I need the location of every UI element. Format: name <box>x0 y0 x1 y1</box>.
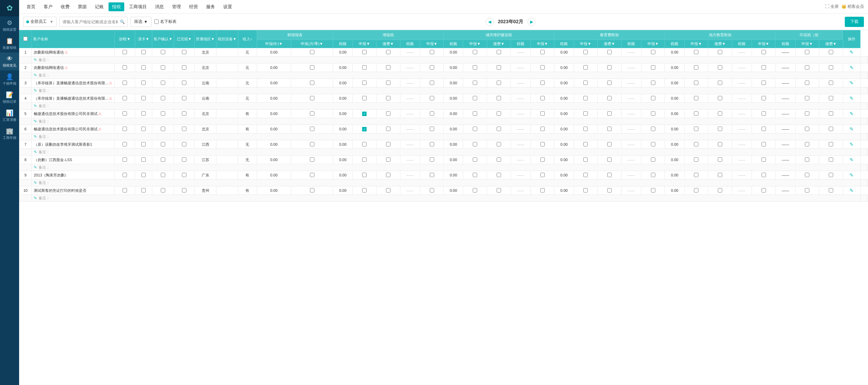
df-jiao-checkbox[interactable] <box>718 96 722 100</box>
cell-zzs-jiao[interactable] <box>376 94 400 103</box>
row-checkbox[interactable] <box>141 111 146 116</box>
cell-zzs-shen[interactable] <box>353 94 376 103</box>
df-shen-checkbox[interactable] <box>694 81 698 85</box>
zzs-shen-checkbox[interactable] <box>362 65 367 70</box>
cell-name[interactable]: 测试斯客的凭证打印的时候是否 <box>32 186 115 195</box>
cs-jiao-checkbox[interactable] <box>497 157 501 162</box>
jy-shen2-checkbox[interactable] <box>651 50 655 54</box>
jy-jiao-checkbox[interactable] <box>607 127 612 131</box>
row-checkbox[interactable] <box>161 111 165 116</box>
cell-name[interactable]: 勿删新锐网络通信⚠ <box>32 48 115 57</box>
cell-zzs-shen[interactable] <box>353 140 376 149</box>
cell-df-jiao[interactable] <box>708 171 732 180</box>
th-jy-shen[interactable]: 申报▼ <box>574 40 598 48</box>
row-checkbox[interactable] <box>141 81 146 85</box>
cell-zzs-shen[interactable] <box>353 79 376 87</box>
row-checkbox[interactable] <box>182 96 186 100</box>
jy-shen2-checkbox[interactable] <box>651 65 655 70</box>
cell-chaoshui[interactable] <box>115 140 135 149</box>
edit-action-icon[interactable]: ✎ <box>850 188 854 193</box>
yh-jiao-checkbox[interactable] <box>829 127 833 131</box>
cell-kehuzq[interactable] <box>152 156 174 164</box>
cell-chaoshui[interactable] <box>115 156 135 164</box>
cell-df-shen[interactable] <box>684 79 708 87</box>
df-jiao-checkbox[interactable] <box>718 81 722 85</box>
cs-shen-checkbox[interactable] <box>473 173 477 177</box>
cell-yh-shen[interactable] <box>795 79 819 87</box>
cell-cs-shen[interactable] <box>463 156 487 164</box>
cell-yh-jiao[interactable] <box>819 110 843 118</box>
cell-yiwanshui[interactable] <box>174 79 195 87</box>
sidebar-item-huisuanqingjiao[interactable]: 📊 汇算清缴 <box>0 106 19 125</box>
cell-kehuzq[interactable] <box>152 94 174 103</box>
cell-yiwanshui[interactable] <box>174 63 195 72</box>
cs-shen2-checkbox[interactable] <box>540 81 545 85</box>
cs-shen2-checkbox[interactable] <box>540 65 545 70</box>
jy-shen2-checkbox[interactable] <box>651 81 655 85</box>
cell-caibao-month[interactable] <box>291 156 333 164</box>
cell-cs-shen2[interactable] <box>530 110 554 118</box>
cell-cs-jiao[interactable] <box>487 94 511 103</box>
cell-zzs-jiao[interactable] <box>376 79 400 87</box>
cell-zzs-jiao[interactable] <box>376 140 400 149</box>
cell-qingka[interactable] <box>135 186 152 195</box>
named-only-input[interactable] <box>154 19 159 24</box>
cell-jy-shen2[interactable] <box>641 48 665 57</box>
cell-zzs-jiao[interactable] <box>376 171 400 180</box>
zzs-jiao-checkbox[interactable] <box>386 50 390 54</box>
checked-icon[interactable]: ✓ <box>362 112 367 116</box>
cell-yh-jiao[interactable] <box>819 156 843 164</box>
df-shen2-checkbox[interactable] <box>762 111 766 116</box>
note-edit-icon[interactable]: ✎ <box>34 73 37 77</box>
cell-name[interactable]: （勿删）江西股金-LSS <box>32 156 115 164</box>
jy-shen-checkbox[interactable] <box>583 127 588 131</box>
jy-shen-checkbox[interactable] <box>583 173 588 177</box>
cell-zzs-shen2[interactable] <box>420 125 444 133</box>
jy-shen2-checkbox[interactable] <box>651 96 655 100</box>
cell-yiwanshui[interactable] <box>174 171 195 180</box>
jy-jiao-checkbox[interactable] <box>607 188 612 192</box>
cell-cs-shen2[interactable] <box>530 79 554 87</box>
row-checkbox[interactable] <box>182 81 186 85</box>
cell-zzs-shen2[interactable] <box>420 94 444 103</box>
cell-cs-jiao[interactable] <box>487 79 511 87</box>
jy-shen-checkbox[interactable] <box>583 142 588 146</box>
cs-shen-checkbox[interactable] <box>473 127 477 131</box>
cell-kehuzq[interactable] <box>152 63 174 72</box>
yh-shen-checkbox[interactable] <box>805 96 809 100</box>
zzs-shen2-checkbox[interactable] <box>430 65 434 70</box>
nav-business[interactable]: 工商项目 <box>126 2 150 11</box>
zzs-jiao-checkbox[interactable] <box>386 81 390 85</box>
cell-action[interactable]: ✎ <box>843 63 860 72</box>
cell-jy-shen2[interactable] <box>641 156 665 164</box>
cell-yiwanshui[interactable] <box>174 186 195 195</box>
cell-chaoshui[interactable] <box>115 110 135 118</box>
caibao-month-checkbox[interactable] <box>310 96 314 100</box>
cell-cs-jiao[interactable] <box>487 48 511 57</box>
cell-kehuzq[interactable] <box>152 186 174 195</box>
cell-yh-jiao[interactable] <box>819 186 843 195</box>
row-checkbox[interactable] <box>141 65 146 70</box>
cell-jy-shen[interactable] <box>574 171 598 180</box>
cell-yiwanshui[interactable] <box>174 140 195 149</box>
cell-caibao-month[interactable] <box>291 140 333 149</box>
cs-jiao-checkbox[interactable] <box>497 173 501 177</box>
cell-jy-shen[interactable] <box>574 186 598 195</box>
cell-chaoshui[interactable] <box>115 48 135 57</box>
cell-jy-shen2[interactable] <box>641 110 665 118</box>
th-qingka[interactable]: 清卡▼ <box>135 30 152 48</box>
yh-jiao-checkbox[interactable] <box>829 188 833 192</box>
cell-cs-shen[interactable] <box>463 110 487 118</box>
cs-jiao-checkbox[interactable] <box>497 50 501 54</box>
cs-shen-checkbox[interactable] <box>473 96 477 100</box>
row-checkbox[interactable] <box>123 127 127 131</box>
th-cs-shen2[interactable]: 申报▼ <box>530 40 554 48</box>
cs-jiao-checkbox[interactable] <box>497 111 501 116</box>
yh-jiao-checkbox[interactable] <box>829 111 833 116</box>
row-checkbox[interactable] <box>161 173 165 177</box>
cell-cs-shen2[interactable] <box>530 171 554 180</box>
edit-action-icon[interactable]: ✎ <box>850 96 854 101</box>
yh-jiao-checkbox[interactable] <box>829 157 833 162</box>
note-edit-icon[interactable]: ✎ <box>34 181 37 185</box>
sidebar-item-piliangbaoshui[interactable]: 📋 批量报税 <box>0 34 19 53</box>
